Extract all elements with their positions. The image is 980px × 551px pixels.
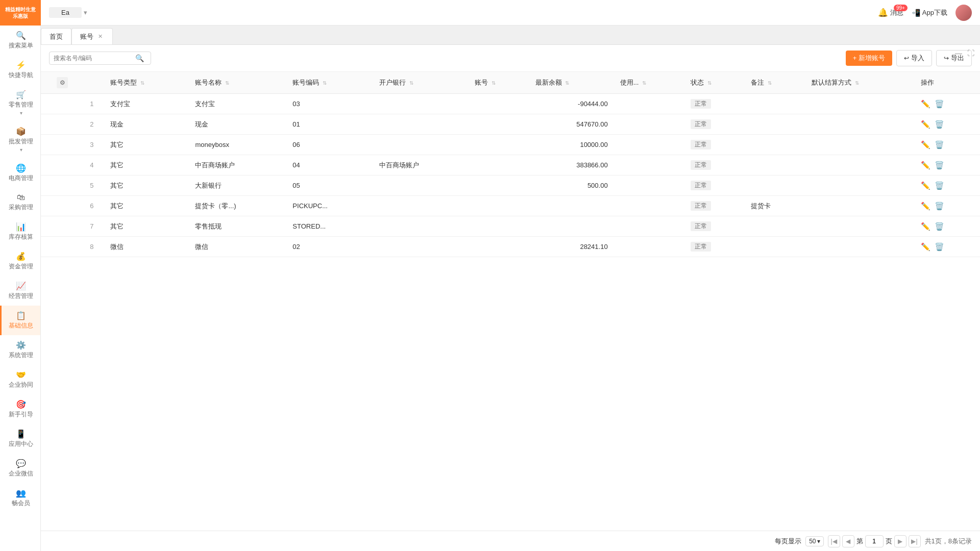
row-status-5: 正常 (684, 196, 745, 216)
col-code-header[interactable]: 账号编码 ⇅ (286, 72, 373, 94)
search-box[interactable]: 🔍 (49, 52, 151, 65)
page-unit: 页 (886, 537, 892, 546)
row-action-5: ✏️ 🗑️ (915, 196, 980, 216)
row-note-7 (745, 237, 805, 257)
col-gear-header: ⚙ (41, 72, 84, 94)
col-account-header[interactable]: 账号 ⇅ (469, 72, 529, 94)
delete-icon-2[interactable]: 🗑️ (935, 140, 944, 149)
search-icon[interactable]: 🔍 (135, 54, 144, 62)
sidebar-item-ecommerce[interactable]: 🌐 电商管理 (0, 158, 40, 188)
prev-page-btn[interactable]: ◀ (842, 535, 854, 547)
row-balance-0: -90444.00 (529, 94, 614, 114)
maximize-btn[interactable]: ⛶ (966, 48, 976, 58)
sidebar-item-purchase[interactable]: 🛍 采购管理 (0, 188, 40, 217)
column-settings-btn[interactable]: ⚙ (57, 77, 68, 88)
content-area: — ⛶ 🔍 + 新增账号 ↩ 导入 ↪ 导出 (41, 45, 980, 551)
company-dropdown[interactable]: Ea ▾ (49, 7, 87, 18)
delete-icon-4[interactable]: 🗑️ (935, 181, 944, 190)
tab-account[interactable]: 账号 ✕ (71, 28, 113, 44)
add-account-button[interactable]: + 新增账号 (846, 51, 892, 66)
delete-icon-7[interactable]: 🗑️ (935, 242, 944, 252)
edit-icon-6[interactable]: ✏️ (921, 222, 930, 231)
row-balance-5 (529, 196, 614, 216)
row-gear-6 (41, 216, 84, 237)
row-account-2 (469, 135, 529, 155)
message-btn[interactable]: 🔔 消息 99+ (878, 8, 903, 17)
row-index-7: 8 (84, 237, 104, 257)
first-page-btn[interactable]: |◀ (828, 535, 840, 547)
row-status-2: 正常 (684, 135, 745, 155)
row-settlement-4 (805, 176, 915, 196)
sidebar-item-quicknav[interactable]: ⚡ 快捷导航 (0, 55, 40, 85)
page-label: 第 (856, 537, 863, 546)
row-account-5 (469, 196, 529, 216)
edit-icon-5[interactable]: ✏️ (921, 202, 930, 211)
delete-icon-1[interactable]: 🗑️ (935, 120, 944, 129)
edit-icon-1[interactable]: ✏️ (921, 120, 930, 129)
col-type-header[interactable]: 账号类型 ⇅ (104, 72, 189, 94)
delete-icon-3[interactable]: 🗑️ (935, 161, 944, 170)
row-status-3: 正常 (684, 155, 745, 176)
delete-icon-0[interactable]: 🗑️ (935, 99, 944, 109)
user-avatar[interactable] (955, 5, 972, 21)
sidebar-item-operation[interactable]: 📈 经营管理 (0, 276, 40, 306)
edit-icon-0[interactable]: ✏️ (921, 99, 930, 109)
row-settlement-0 (805, 94, 915, 114)
minimize-btn[interactable]: — (953, 48, 964, 58)
tab-close-account[interactable]: ✕ (96, 33, 104, 40)
last-page-btn[interactable]: ▶| (909, 535, 921, 547)
per-page-label: 每页显示 (775, 537, 801, 546)
delete-icon-6[interactable]: 🗑️ (935, 222, 944, 231)
row-note-3 (745, 155, 805, 176)
col-usage-header[interactable]: 使用... ⇅ (614, 72, 684, 94)
per-page-select[interactable]: 50 ▾ (805, 536, 823, 546)
edit-icon-4[interactable]: ✏️ (921, 181, 930, 190)
sort-bank-icon: ⇅ (409, 80, 413, 86)
tab-home[interactable]: 首页 (41, 28, 71, 44)
main-area: Ea ▾ 🔔 消息 99+ 📲 App下载 首页 账号 ✕ (41, 0, 980, 551)
col-status-header[interactable]: 状态 ⇅ (684, 72, 745, 94)
sidebar-item-appcenter[interactable]: 📱 应用中心 (0, 424, 40, 454)
row-gear-0 (41, 94, 84, 114)
sidebar-item-guide[interactable]: 🎯 新手引导 (0, 394, 40, 424)
app-download-btn[interactable]: 📲 App下载 (912, 8, 947, 17)
next-page-btn[interactable]: ▶ (894, 535, 906, 547)
row-status-4: 正常 (684, 176, 745, 196)
edit-icon-2[interactable]: ✏️ (921, 140, 930, 149)
import-button[interactable]: ↩ 导入 (896, 50, 932, 66)
table-container: ⚙ 账号类型 ⇅ 账号名称 ⇅ 账号编码 (41, 72, 980, 551)
col-settlement-header[interactable]: 默认结算方式 ⇅ (805, 72, 915, 94)
sidebar-item-system[interactable]: ⚙️ 系统管理 (0, 335, 40, 365)
row-name-3: 中百商场账户 (189, 155, 286, 176)
row-type-1: 现金 (104, 114, 189, 135)
search-input[interactable] (54, 55, 135, 62)
sidebar-item-finance[interactable]: 💰 资金管理 (0, 246, 40, 276)
row-bank-3: 中百商场账户 (373, 155, 469, 176)
row-index-2: 3 (84, 135, 104, 155)
sidebar-item-collab[interactable]: 🤝 企业协同 (0, 365, 40, 394)
sidebar-item-retail[interactable]: 🛒 零售管理 ▾ (0, 85, 40, 121)
delete-icon-5[interactable]: 🗑️ (935, 202, 944, 211)
sidebar-item-wholesale[interactable]: 📦 批发管理 ▾ (0, 121, 40, 158)
row-balance-6 (529, 216, 614, 237)
col-note-header[interactable]: 备注 ⇅ (745, 72, 805, 94)
col-name-header[interactable]: 账号名称 ⇅ (189, 72, 286, 94)
row-name-6: 零售抵现 (189, 216, 286, 237)
row-note-1 (745, 114, 805, 135)
edit-icon-3[interactable]: ✏️ (921, 161, 930, 170)
sidebar-item-basicinfo[interactable]: 📋 基础信息 (0, 306, 40, 335)
page-input[interactable] (865, 535, 884, 547)
sidebar-item-wechat[interactable]: 💬 企业微信 (0, 454, 40, 483)
row-account-3 (469, 155, 529, 176)
col-balance-header[interactable]: 最新余额 ⇅ (529, 72, 614, 94)
row-balance-7: 28241.10 (529, 237, 614, 257)
sidebar-item-member[interactable]: 👥 畅会员 (0, 483, 40, 513)
col-bank-header[interactable]: 开户银行 ⇅ (373, 72, 469, 94)
col-index-header (84, 72, 104, 94)
table-row: 3 其它 moneybosx 06 10000.00 正常 ✏️ 🗑️ (41, 135, 980, 155)
edit-icon-7[interactable]: ✏️ (921, 242, 930, 252)
per-page-dropdown-icon: ▾ (817, 538, 820, 545)
sidebar-item-search[interactable]: 🔍 搜索菜单 (0, 26, 40, 55)
sidebar-item-inventory[interactable]: 📊 库存核算 (0, 217, 40, 246)
row-code-6: STORED... (286, 216, 373, 237)
